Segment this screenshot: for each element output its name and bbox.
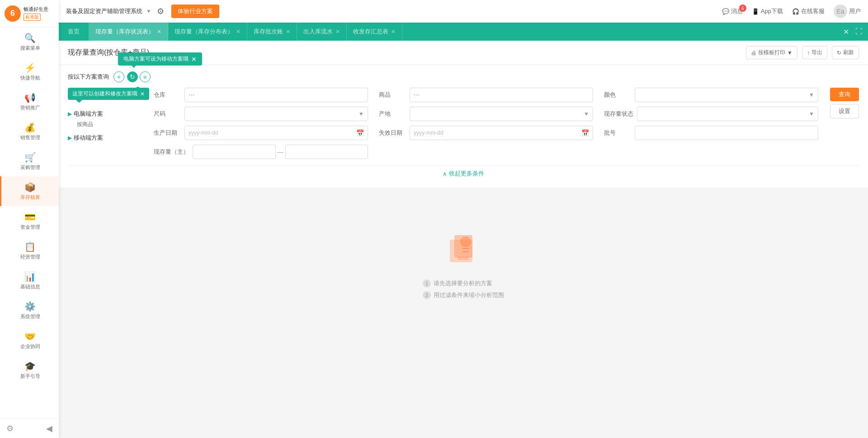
search-btn[interactable]: 查询 <box>830 88 859 101</box>
inventory-status-select[interactable]: ▼ <box>637 107 818 121</box>
sidebar-item-label: 经营管理 <box>20 254 40 260</box>
filter-action-buttons: 查询 设置 <box>823 88 859 162</box>
tab-inventory-status[interactable]: 现存量（库存状况表） ✕ <box>89 23 168 41</box>
batch-input[interactable] <box>635 126 818 140</box>
color-select[interactable]: ▼ <box>635 88 818 102</box>
export-btn[interactable]: ↑ 导出 <box>802 46 827 59</box>
origin-label: 产地 <box>379 110 406 118</box>
schema-mobile-item[interactable]: ▶ 移动端方案 <box>68 132 149 144</box>
topbar-settings-icon[interactable]: ⚙ <box>157 6 164 16</box>
tab-in-out-flow[interactable]: 出入库流水 ✕ <box>297 23 347 41</box>
goods-input[interactable]: ··· <box>410 88 593 102</box>
tab-batch-ledger[interactable]: 库存批次账 ✕ <box>247 23 297 41</box>
prev-schema-btn[interactable]: « <box>140 71 151 82</box>
tab-close-icon[interactable]: ✕ <box>236 28 241 35</box>
filter-header-actions: + ↻ « 电脑方案可设为移动方案哦 ✕ <box>113 71 151 82</box>
stock-max-input[interactable] <box>285 145 368 159</box>
tooltip2-close[interactable]: ✕ <box>140 91 145 97</box>
color-dropdown-icon: ▼ <box>809 92 814 98</box>
tab-close-icon[interactable]: ✕ <box>286 28 290 35</box>
expire-date-input[interactable]: yyyy-mm-dd 📅 <box>410 126 593 140</box>
sidebar-item-marketing[interactable]: 📢 营销推广 <box>0 87 59 117</box>
tab-fullscreen-icon[interactable]: ⛶ <box>854 26 864 38</box>
system-dropdown[interactable]: ▼ <box>146 8 151 14</box>
empty-step-1: 1 请先选择要分析的方案 <box>423 279 504 287</box>
box-icon: 📦 <box>24 182 36 193</box>
empty-steps: 1 请先选择要分析的方案 2 用过滤条件来缩小分析范围 <box>423 279 504 303</box>
phone-icon: 📱 <box>752 8 759 15</box>
settings-icon[interactable]: ⚙ <box>6 424 14 433</box>
sidebar-item-search[interactable]: 🔍 搜索菜单 <box>0 27 59 57</box>
printer-icon: 🖨 <box>751 50 756 56</box>
sidebar-item-label: 基础信息 <box>20 283 40 290</box>
stock-min-input[interactable] <box>193 145 276 159</box>
user-area[interactable]: Ea 用户 <box>834 5 861 18</box>
svg-rect-5 <box>458 256 469 260</box>
filter-header: 按以下方案查询 + ↻ « 电脑方案可设为移动方案哦 ✕ <box>68 71 859 82</box>
expire-date-calendar-icon[interactable]: 📅 <box>581 129 589 137</box>
tab-close-icon[interactable]: ✕ <box>335 28 340 35</box>
print-dropdown-icon[interactable]: ▼ <box>787 50 793 56</box>
step-num-1: 1 <box>423 279 431 287</box>
origin-select[interactable]: ▼ <box>410 107 593 121</box>
filter-area: 按以下方案查询 + ↻ « 电脑方案可设为移动方案哦 ✕ <box>59 65 868 188</box>
card-icon: 💳 <box>24 212 36 222</box>
sidebar-item-operations[interactable]: 📋 经营管理 <box>0 236 59 266</box>
filter-label: 按以下方案查询 <box>68 73 109 81</box>
schema-child-1[interactable]: 按商品 <box>77 120 149 129</box>
sidebar-item-enterprise[interactable]: 🤝 企业协同 <box>0 325 59 355</box>
edit-schema-btn[interactable]: ↻ <box>127 71 138 82</box>
industry-btn[interactable]: 体验行业方案 <box>171 5 219 18</box>
online-service-btn[interactable]: 🎧 在线客服 <box>792 7 825 15</box>
mobile-schema-label: 移动端方案 <box>74 134 103 142</box>
sidebar-item-purchase[interactable]: 🛒 采购管理 <box>0 146 59 176</box>
avatar-initials: Ea <box>836 8 844 15</box>
reset-btn[interactable]: 设置 <box>830 104 859 118</box>
produce-date-input[interactable]: yyyy-mm-dd 📅 <box>184 126 368 140</box>
sidebar-item-sales[interactable]: 💰 销售管理 <box>0 117 59 146</box>
tab-close-icon[interactable]: ✕ <box>157 28 161 35</box>
tab-receive-summary[interactable]: 收发存汇总表 ✕ <box>347 23 402 41</box>
sidebar: 6 畅通好生意 标准版 🔍 搜索菜单 ⚡ 快捷导航 📢 营销推广 💰 销售管理 … <box>0 0 59 438</box>
size-select[interactable]: ▼ <box>184 107 368 121</box>
schema-tooltip-2: 这里可以创建和修改方案哦 ✕ <box>68 88 149 100</box>
warehouse-input[interactable]: ··· <box>184 88 368 102</box>
tab-inventory-dist[interactable]: 现存量（库存分布表） ✕ <box>168 23 247 41</box>
sidebar-item-label: 资金管理 <box>20 224 40 231</box>
sidebar-item-guide[interactable]: 🎓 新手引导 <box>0 355 59 385</box>
user-label: 用户 <box>849 7 861 15</box>
user-avatar: Ea <box>834 5 847 18</box>
refresh-btn[interactable]: ↻ 刷新 <box>832 46 859 59</box>
filter-fields-area: 仓库 ··· 商品 ··· 颜色 <box>154 88 818 162</box>
range-dash: — <box>278 149 283 155</box>
schema-pc-children: 按商品 <box>68 120 149 129</box>
sidebar-footer: ⚙ ◀ <box>0 419 59 438</box>
tab-close-icon[interactable]: ✕ <box>391 28 396 35</box>
sidebar-item-quick[interactable]: ⚡ 快捷导航 <box>0 57 59 87</box>
logo-icon: 6 <box>5 5 21 22</box>
collapse-btn[interactable]: ∧ 收起更多条件 <box>68 165 859 181</box>
tooltip1-close[interactable]: ✕ <box>191 56 197 63</box>
produce-date-calendar-icon[interactable]: 📅 <box>356 129 364 137</box>
add-schema-btn[interactable]: + <box>113 71 124 82</box>
app-download-btn[interactable]: 📱 App下载 <box>752 7 783 15</box>
filter-row-3: 生产日期 yyyy-mm-dd 📅 失效日期 yyyy-mm-dd 📅 <box>154 126 818 140</box>
tab-home[interactable]: 首页 <box>59 23 89 41</box>
tab-close-all-icon[interactable]: ✕ <box>841 26 851 38</box>
empty-illustration <box>441 224 486 270</box>
color-field: 颜色 ▼ <box>604 88 818 102</box>
topbar-right: 💬 消息 6 📱 App下载 🎧 在线客服 Ea 用户 <box>722 5 861 18</box>
sidebar-item-system[interactable]: ⚙️ 系统管理 <box>0 296 59 325</box>
message-btn[interactable]: 💬 消息 6 <box>722 7 743 15</box>
cart-icon: 🛒 <box>24 152 36 163</box>
schema-pc-item[interactable]: ▶ 电脑端方案 <box>68 108 149 120</box>
filter-row-2: 尺码 ▼ 产地 ▼ <box>154 107 818 121</box>
stock-main-field: 现存量（主） — <box>154 145 368 159</box>
collapse-sidebar-icon[interactable]: ◀ <box>46 424 52 433</box>
sidebar-item-finance[interactable]: 💳 资金管理 <box>0 206 59 236</box>
main-content: 装备及固定资产辅助管理系统 ▼ ⚙ 体验行业方案 💬 消息 6 📱 App下载 … <box>59 0 868 438</box>
sidebar-item-basic[interactable]: 📊 基础信息 <box>0 266 59 296</box>
expire-date-label: 失效日期 <box>379 129 406 137</box>
sidebar-item-inventory[interactable]: 📦 库存核算 <box>0 176 59 206</box>
print-template-btn[interactable]: 🖨 按模板打印 ▼ <box>746 46 797 59</box>
